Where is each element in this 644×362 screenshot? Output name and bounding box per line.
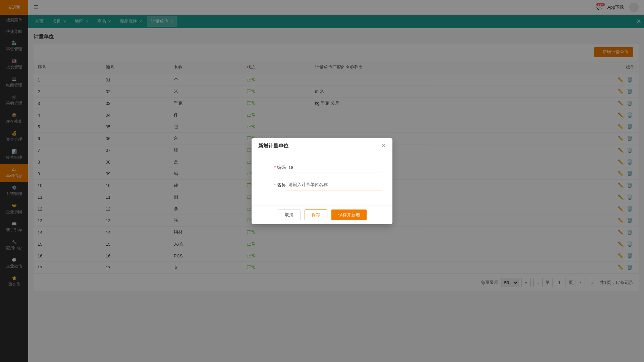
code-input[interactable] [286,162,382,173]
cancel-button[interactable]: 取消 [278,209,301,220]
save-button[interactable]: 保存 [305,209,327,220]
save-and-new-button[interactable]: 保存并新增 [331,209,367,220]
modal-header: 新增计量单位 ✕ [252,138,392,154]
add-unit-modal: 新增计量单位 ✕ * 编码 * 名称 取消 保存 保存并新增 [252,138,392,224]
modal-footer: 取消 保存 保存并新增 [252,205,392,224]
name-field-row: * 名称 [262,180,382,190]
required-mark: * [274,165,276,170]
code-field-row: * 编码 [262,162,382,173]
modal-overlay[interactable]: 新增计量单位 ✕ * 编码 * 名称 取消 保存 保存并新增 [0,0,644,362]
modal-body: * 编码 * 名称 [252,154,392,205]
code-label: * 编码 [262,165,286,171]
modal-title: 新增计量单位 [258,143,288,149]
required-mark: * [274,182,276,187]
modal-close-button[interactable]: ✕ [381,143,386,148]
name-label: * 名称 [262,182,286,188]
name-input[interactable] [286,180,382,190]
